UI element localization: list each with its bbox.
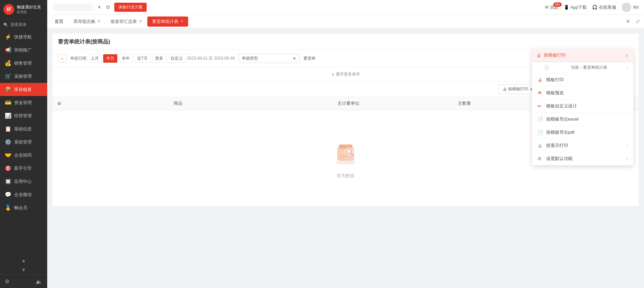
topbar-search-input[interactable] bbox=[53, 4, 93, 11]
sidebar-item-label: 资金管理 bbox=[14, 100, 32, 106]
sidebar-item-quick-nav[interactable]: ⚡ 快捷导航 bbox=[0, 30, 47, 43]
select-arrow-icon: ▼ bbox=[292, 56, 296, 61]
inventory-icon: 📦 bbox=[5, 86, 11, 93]
dropdown-section-set-default[interactable]: ⚙ 设置默认功能 › bbox=[532, 152, 633, 165]
date-btn-prev-month[interactable]: 上月 bbox=[88, 54, 102, 63]
expand-more-label: 展开更多条件 bbox=[336, 71, 360, 77]
date-btn-current-year[interactable]: 本年 bbox=[119, 54, 133, 63]
sidebar-item-label: 应用中心 bbox=[14, 179, 32, 185]
sidebar-item-apps[interactable]: 🔲 应用中心 bbox=[0, 175, 47, 188]
expand-more-button[interactable]: ∨ 展开更多条件 bbox=[327, 70, 364, 78]
tab-bar: 首页 库存批次账 ✕ 收发存汇总表 ✕ 要货单统计表 ✕ ✕ ⤢ bbox=[47, 15, 644, 28]
tab-home[interactable]: 首页 bbox=[50, 17, 68, 27]
sidebar-item-inventory[interactable]: 📦 库存核算 bbox=[0, 83, 47, 96]
tab-receipt-summary-label: 收发存汇总表 bbox=[111, 19, 137, 25]
sidebar-item-collab[interactable]: 🤝 企业协同 bbox=[0, 149, 47, 162]
order-type-label: 单据类型 bbox=[242, 56, 258, 61]
online-service-button[interactable]: 🎧 在线客服 bbox=[592, 4, 616, 10]
sidebar-item-label: 经营管理 bbox=[14, 113, 32, 119]
topbar-actions: ✉ 消息 99+ 📱 App下载 🎧 在线客服 Rit bbox=[545, 3, 639, 12]
tab-inventory-batch[interactable]: 库存批次账 ✕ bbox=[69, 17, 105, 27]
sidebar-item-guide[interactable]: 🎯 新手引导 bbox=[0, 162, 47, 175]
date-btn-7days[interactable]: 近7天 bbox=[134, 54, 151, 63]
tab-inventory-batch-close[interactable]: ✕ bbox=[97, 19, 100, 24]
message-badge: 99+ bbox=[553, 2, 562, 7]
page-title: 要货单统计表(按商品) bbox=[58, 38, 633, 45]
dropdown-close-icon[interactable]: ∧ bbox=[625, 53, 628, 58]
sidebar-item-label: 系统管理 bbox=[14, 139, 32, 145]
user-profile[interactable]: Rit bbox=[622, 3, 639, 12]
sidebar-item-purchase[interactable]: 🛒 采购管理 bbox=[0, 70, 47, 83]
sidebar-scroll-up[interactable]: ▲ bbox=[0, 256, 47, 265]
tab-receipt-summary-close[interactable]: ✕ bbox=[139, 19, 142, 24]
sidebar-item-label: 企业协同 bbox=[14, 152, 32, 158]
set-default-label: 设置默认功能 bbox=[546, 156, 573, 162]
main-area: ▼ ⚙ 体验行业方案 ✉ 消息 99+ 📱 App下载 🎧 在线客服 Rit bbox=[47, 0, 644, 288]
filter-expand-button[interactable]: » bbox=[58, 55, 66, 63]
sidebar-item-marketing[interactable]: 📢 营销推广 bbox=[0, 43, 47, 57]
date-btn-custom[interactable]: 自定义 bbox=[168, 54, 186, 63]
logo-icon: 好 bbox=[3, 4, 14, 15]
sidebar-item-label: 企业微信 bbox=[14, 192, 32, 198]
sound-footer-icon[interactable]: 🔈 bbox=[36, 278, 42, 285]
sidebar-scroll-down[interactable]: ▼ bbox=[0, 265, 47, 275]
topbar-gear-icon[interactable]: ⚙ bbox=[106, 4, 110, 10]
dropdown-item-template-custom[interactable]: ✏ 模板自定义设计 bbox=[532, 100, 633, 113]
dropdown-title: 🖨 按模板打印 bbox=[537, 52, 566, 58]
app-download-button[interactable]: 📱 App下载 bbox=[564, 4, 587, 10]
sidebar-item-operations[interactable]: 📊 经营管理 bbox=[0, 109, 47, 122]
topbar: ▼ ⚙ 体验行业方案 ✉ 消息 99+ 📱 App下载 🎧 在线客服 Rit bbox=[47, 0, 644, 15]
col-goods: 商品 bbox=[66, 100, 290, 106]
sidebar-item-label: 销售管理 bbox=[14, 60, 32, 66]
system-icon: ⚙️ bbox=[5, 139, 11, 145]
tab-close-window[interactable]: ✕ bbox=[624, 18, 632, 25]
dropdown-item-template-preview[interactable]: 👁 模板预览 bbox=[532, 87, 633, 100]
logo-text-block: 畅捷通好生意 标准版 bbox=[17, 4, 41, 15]
content-wrapper: 要货单统计表(按商品) » 单据日期 上月 本月 本年 近7天 更多 自定义 2… bbox=[53, 34, 639, 206]
sidebar-item-wechat[interactable]: 💬 企业微信 bbox=[0, 188, 47, 201]
print-template-button[interactable]: 🖨 按模板打印 ∧ bbox=[498, 84, 537, 94]
topbar-chevron-icon[interactable]: ▼ bbox=[97, 5, 101, 10]
set-default-section-left: ⚙ 设置默认功能 bbox=[537, 156, 573, 162]
basic-icon: 📋 bbox=[5, 126, 11, 132]
sidebar-item-finance[interactable]: 💳 资金管理 bbox=[0, 96, 47, 109]
order-item-label: 要货单 bbox=[303, 56, 316, 61]
tab-home-label: 首页 bbox=[55, 19, 63, 25]
message-button[interactable]: ✉ 消息 99+ bbox=[545, 4, 559, 10]
display-print-section-left: 🖨 按显示打印 bbox=[537, 142, 568, 149]
order-type-select[interactable]: 单据类型 ▼ bbox=[239, 54, 299, 63]
expand-more-icon: ∨ bbox=[331, 72, 334, 77]
sidebar-item-sales[interactable]: 💰 销售管理 bbox=[0, 57, 47, 70]
current-template-icon: 📄 bbox=[544, 65, 549, 70]
online-service-label: 在线客服 bbox=[599, 5, 616, 10]
current-template-arrow: › bbox=[626, 65, 628, 70]
sidebar-item-member[interactable]: 🏅 畅会员 bbox=[0, 201, 47, 214]
tab-order-stats[interactable]: 要货单统计表 ✕ bbox=[147, 17, 188, 27]
sidebar-item-system[interactable]: ⚙️ 系统管理 bbox=[0, 135, 47, 149]
tab-order-stats-close[interactable]: ✕ bbox=[180, 19, 183, 24]
collab-icon: 🤝 bbox=[5, 152, 11, 158]
quick-nav-icon: ⚡ bbox=[5, 34, 11, 40]
dropdown-item-template-print[interactable]: 🖨 模板打印 bbox=[532, 73, 633, 87]
date-btn-current-month[interactable]: 本月 bbox=[103, 54, 117, 63]
current-template-section[interactable]: 📄 当前：要货单统计表 › bbox=[532, 62, 633, 73]
dropdown-item-export-pdf[interactable]: 📄 按模板导出pdf bbox=[532, 126, 633, 139]
tab-expand-window[interactable]: ⤢ bbox=[634, 18, 641, 25]
trial-button[interactable]: 体验行业方案 bbox=[114, 3, 147, 12]
dropdown-section-display-print[interactable]: 🖨 按显示打印 › bbox=[532, 139, 633, 152]
sidebar-search-item[interactable]: 🔍 搜索菜单 bbox=[0, 19, 47, 30]
col-settings[interactable]: ⚙ bbox=[53, 101, 66, 106]
sidebar-item-label: 基础信息 bbox=[14, 126, 32, 132]
dropdown-item-export-excel[interactable]: 📄 按模板导出excel bbox=[532, 113, 633, 126]
template-preview-icon: 👁 bbox=[537, 90, 544, 96]
page-header: 要货单统计表(按商品) bbox=[53, 34, 639, 50]
display-print-icon: 🖨 bbox=[537, 143, 544, 148]
date-btn-more[interactable]: 更多 bbox=[152, 54, 166, 63]
sidebar-search-label: 搜索菜单 bbox=[10, 22, 27, 28]
sidebar-item-basic[interactable]: 📋 基础信息 bbox=[0, 122, 47, 135]
marketing-icon: 📢 bbox=[5, 47, 11, 53]
purchase-icon: 🛒 bbox=[5, 73, 11, 79]
tab-receipt-summary[interactable]: 收发存汇总表 ✕ bbox=[106, 17, 147, 27]
settings-footer-icon[interactable]: ⚙ bbox=[5, 278, 9, 285]
app-download-label: App下载 bbox=[570, 5, 587, 10]
